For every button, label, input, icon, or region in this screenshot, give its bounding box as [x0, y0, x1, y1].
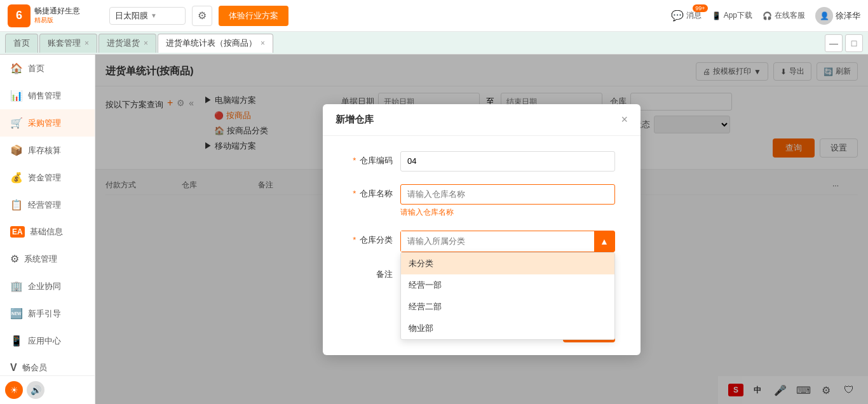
- sidebar-item-purchase-label: 采购管理: [28, 118, 61, 129]
- sidebar-item-sales-label: 销售管理: [28, 90, 61, 102]
- main-layout: 🏠 首页 📊 销售管理 🛒 采购管理 📦 库存核算 💰 资金管理 📋 经: [0, 55, 868, 404]
- tab-accounts[interactable]: 账套管理 ×: [39, 34, 97, 53]
- cat-required-mark: *: [353, 235, 356, 245]
- tab-home[interactable]: 首页: [5, 34, 38, 53]
- headset-icon: 🎧: [763, 11, 772, 20]
- operation-icon: 📋: [10, 199, 23, 211]
- sidebar-item-operation-label: 经营管理: [28, 199, 61, 211]
- tab-accounts-close[interactable]: ×: [85, 39, 89, 48]
- sidebar-item-guide[interactable]: 🆕 新手引导: [0, 300, 95, 327]
- name-control: 请输入仓库名称: [400, 184, 615, 218]
- topbar: 6 畅捷通好生意 精易版 日太阳膜 ▼ ⚙ 体验行业方案 💬 消息 99+ 📱 …: [0, 0, 868, 32]
- tab-purchase-return-label: 进货退货: [107, 37, 140, 49]
- modal-body: * 仓库编码 * 仓库名称: [323, 136, 641, 313]
- app-center-icon: 📱: [10, 335, 23, 347]
- category-dropdown-row: ▲: [400, 231, 615, 252]
- topbar-right: 💬 消息 99+ 📱 App下载 🎧 在线客服 👤 徐泽华: [671, 7, 860, 25]
- sidebar-item-app[interactable]: 📱 应用中心: [0, 327, 95, 354]
- user-name: 徐泽华: [836, 10, 860, 22]
- modal-header: 新增仓库 ×: [323, 104, 641, 136]
- warehouse-name-input[interactable]: [400, 184, 615, 205]
- settings-button[interactable]: ⚙: [192, 6, 212, 26]
- tab-purchase-return[interactable]: 进货退货 ×: [98, 34, 156, 53]
- logo-area: 6 畅捷通好生意 精易版: [8, 4, 103, 27]
- category-option-dept1[interactable]: 经营一部: [401, 274, 614, 296]
- category-option-unclassified[interactable]: 未分类: [401, 253, 614, 274]
- app-icon: 📱: [712, 11, 721, 20]
- sidebar: 🏠 首页 📊 销售管理 🛒 采购管理 📦 库存核算 💰 资金管理 📋 经: [0, 55, 95, 404]
- category-dropdown-toggle[interactable]: ▲: [594, 231, 614, 252]
- guide-icon: 🆕: [10, 307, 23, 320]
- customer-service-button[interactable]: 🎧 在线客服: [763, 10, 805, 21]
- sidebar-wrapper: 🏠 首页 📊 销售管理 🛒 采购管理 📦 库存核算 💰 资金管理 📋 经: [0, 55, 95, 404]
- sidebar-item-inventory[interactable]: 📦 库存核算: [0, 137, 95, 164]
- modal-note-label: 备注: [348, 265, 393, 280]
- sidebar-item-inventory-label: 库存核算: [28, 145, 61, 156]
- store-name: 日太阳膜: [115, 10, 148, 22]
- tab-purchase-stats-label: 进货单统计表（按商品）: [166, 37, 257, 49]
- category-input[interactable]: [401, 231, 594, 252]
- user-area[interactable]: 👤 徐泽华: [815, 7, 860, 25]
- chevron-down-icon: ▼: [151, 12, 157, 19]
- tabbar-controls: — □: [825, 34, 863, 52]
- tab-home-label: 首页: [13, 37, 30, 49]
- avatar: 👤: [815, 7, 833, 25]
- member-icon: V: [10, 362, 17, 374]
- sidebar-item-sales[interactable]: 📊 销售管理: [0, 82, 95, 109]
- sidebar-item-home[interactable]: 🏠 首页: [0, 55, 95, 82]
- window-maximize-button[interactable]: □: [845, 34, 863, 52]
- tab-purchase-return-close[interactable]: ×: [144, 39, 148, 48]
- sidebar-item-app-label: 应用中心: [28, 335, 61, 347]
- sidebar-item-basic[interactable]: EA 基础信息: [0, 219, 95, 245]
- service-label: 在线客服: [775, 10, 805, 21]
- home-icon: 🏠: [10, 62, 23, 74]
- window-minimize-button[interactable]: —: [825, 34, 843, 52]
- sidebar-item-home-label: 首页: [28, 63, 44, 74]
- system-icon: ⚙: [10, 253, 19, 265]
- code-control: [400, 151, 615, 172]
- trial-button[interactable]: 体验行业方案: [219, 6, 288, 26]
- sidebar-sound-button[interactable]: 🔊: [27, 381, 44, 399]
- sidebar-item-enterprise[interactable]: 🏢 企业协同: [0, 273, 95, 300]
- sidebar-item-operation[interactable]: 📋 经营管理: [0, 191, 95, 219]
- code-form-row: * 仓库编码: [348, 151, 615, 172]
- name-form-row: * 仓库名称 请输入仓库名称: [348, 184, 615, 218]
- category-dropdown-list: 未分类 经营一部 经营二部 物业部: [400, 252, 615, 340]
- modal-close-button[interactable]: ×: [621, 113, 628, 126]
- inventory-icon: 📦: [10, 144, 23, 156]
- enterprise-icon: 🏢: [10, 280, 23, 292]
- sidebar-item-guide-label: 新手引导: [28, 308, 61, 320]
- sidebar-item-finance-label: 资金管理: [28, 172, 61, 184]
- app-download-button[interactable]: 📱 App下载: [712, 10, 752, 21]
- message-button[interactable]: 💬 消息 99+: [671, 10, 702, 22]
- logo-text: 畅捷通好生意: [34, 6, 80, 17]
- modal-title: 新增仓库: [336, 114, 374, 126]
- name-label: * 仓库名称: [348, 184, 393, 199]
- message-badge: 99+: [693, 4, 707, 12]
- warehouse-code-input[interactable]: [400, 151, 615, 172]
- sidebar-item-member-label: 畅会员: [22, 362, 47, 374]
- category-form-row: * 仓库分类 ▲ 未分类 经营一部 经营二部: [348, 231, 615, 252]
- modal-overlay[interactable]: 新增仓库 × * 仓库编码: [95, 55, 868, 404]
- tab-accounts-label: 账套管理: [48, 37, 81, 49]
- category-label: * 仓库分类: [348, 231, 393, 246]
- required-mark: *: [353, 156, 356, 165]
- category-option-property[interactable]: 物业部: [401, 318, 614, 339]
- message-icon: 💬: [671, 10, 684, 22]
- sidebar-item-purchase[interactable]: 🛒 采购管理: [0, 109, 95, 137]
- category-control: ▲ 未分类 经营一部 经营二部 物业部: [400, 231, 615, 252]
- tab-purchase-stats[interactable]: 进货单统计表（按商品） ×: [158, 34, 273, 53]
- purchase-icon: 🛒: [10, 117, 23, 129]
- store-selector[interactable]: 日太阳膜 ▼: [109, 7, 186, 25]
- new-warehouse-modal: 新增仓库 × * 仓库编码: [323, 104, 641, 355]
- category-option-dept2[interactable]: 经营二部: [401, 296, 614, 318]
- sidebar-item-finance[interactable]: 💰 资金管理: [0, 164, 95, 191]
- sidebar-item-system[interactable]: ⚙ 系统管理: [0, 245, 95, 273]
- finance-icon: 💰: [10, 172, 23, 184]
- name-required-mark: *: [353, 189, 356, 198]
- tabbar: 首页 账套管理 × 进货退货 × 进货单统计表（按商品） × — □: [0, 32, 868, 55]
- sidebar-item-basic-label: 基础信息: [30, 226, 63, 238]
- tab-purchase-stats-close[interactable]: ×: [261, 39, 265, 48]
- basic-icon: EA: [10, 226, 25, 238]
- sidebar-sun-button[interactable]: ☀: [5, 381, 23, 399]
